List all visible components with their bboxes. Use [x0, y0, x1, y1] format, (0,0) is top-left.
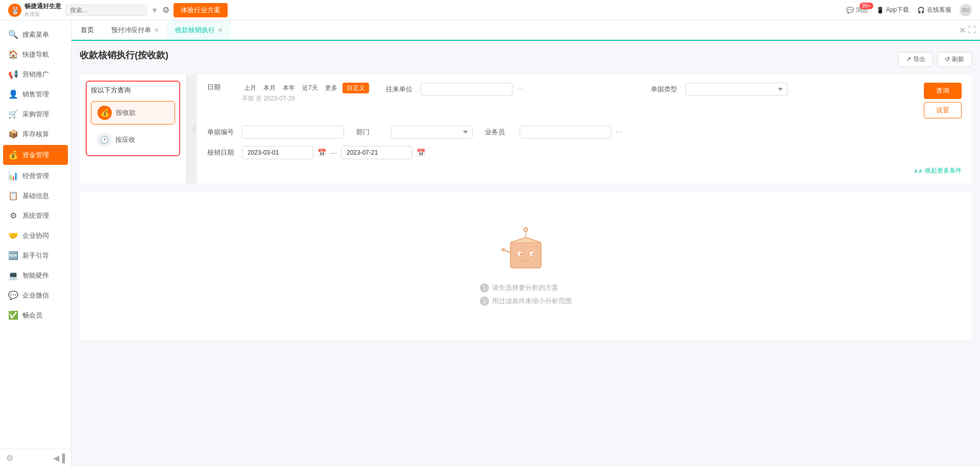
- writeoff-date-range: 📅 — 📅: [242, 146, 425, 159]
- empty-hint-2: 2 用过滤条件来缩小分析范围: [480, 297, 572, 306]
- counterpart-input[interactable]: [421, 83, 512, 96]
- by-receipt-icon: 💰: [97, 106, 112, 120]
- settings-gear-icon[interactable]: ⚙: [162, 5, 169, 15]
- empty-state: 1 请先选择要分析的方案 2 用过滤条件来缩小分析范围: [80, 191, 972, 340]
- top-bar-left: 🐰 畅捷通好生意 标准版 ▼ ⚙ 体验行业方案: [8, 2, 228, 18]
- app-download-btn[interactable]: 📱 App下载: [876, 6, 909, 14]
- sidebar-item-basic-info[interactable]: 📋 基础信息: [0, 186, 71, 206]
- date-group: 日期 上月 本月 本年 近7天 更多 自定义 不限 至: [207, 83, 386, 103]
- filter-sidebar-title: 按以下方查询: [91, 86, 175, 95]
- svg-point-6: [524, 228, 528, 232]
- sidebar-item-guide[interactable]: 🆕 新手引导: [0, 245, 71, 265]
- tab-receipt-writeoff[interactable]: 收款核销执行 ✕: [167, 20, 231, 41]
- sidebar-item-vip[interactable]: ✅ 畅会员: [0, 305, 71, 325]
- sidebar-item-search-menu[interactable]: 🔍 搜索菜单: [0, 24, 71, 44]
- message-btn[interactable]: 💬 消息 99+: [846, 6, 868, 14]
- department-label: 部门: [356, 128, 387, 137]
- export-button[interactable]: ↗ 导出: [898, 52, 933, 67]
- doc-type-select[interactable]: 全部: [685, 83, 788, 96]
- tab-receipt-writeoff-close[interactable]: ✕: [218, 27, 223, 34]
- query-button[interactable]: 查询: [924, 83, 962, 99]
- empty-illustration: [495, 222, 556, 273]
- date-label: 日期: [207, 83, 238, 92]
- sidebar-item-inventory[interactable]: 📦 库存核算: [0, 124, 71, 144]
- sidebar-item-quick-nav[interactable]: 🏠 快捷导航: [0, 44, 71, 64]
- counterpart-group: 往来单位 ···: [386, 83, 651, 96]
- sidebar-settings-btn[interactable]: ⚙: [6, 453, 13, 463]
- date-custom-badge[interactable]: 自定义: [342, 83, 369, 93]
- enterprise-icon: 🤝: [8, 231, 18, 240]
- collapse-left-icon: 《: [189, 125, 195, 133]
- wechat-icon: 💬: [8, 290, 18, 300]
- date-shortcuts-group: 上月 本月 本年 近7天 更多 自定义 不限 至 2023-07-26: [242, 83, 369, 103]
- sidebar-item-marketing[interactable]: 📢 营销推广: [0, 64, 71, 84]
- online-service-btn[interactable]: 🎧 在线客服: [917, 6, 951, 14]
- collapse-more-btn[interactable]: ∧∧ 收起更多条件: [914, 166, 962, 175]
- message-icon: 💬: [846, 7, 854, 14]
- filter-option-by-receipt[interactable]: 💰 按收款: [91, 101, 175, 125]
- page-content: 收款核销执行(按收款) ↗ 导出 ↺ 刷新 按以下方: [71, 41, 980, 467]
- writeoff-start-cal-icon[interactable]: 📅: [317, 149, 326, 157]
- sidebar-item-hardware[interactable]: 💻 智能硬件: [0, 265, 71, 285]
- refresh-icon: ↺: [945, 56, 950, 63]
- basic-info-icon: 📋: [8, 191, 18, 201]
- operation-icon: 📊: [8, 171, 18, 181]
- dropdown-icon[interactable]: ▼: [151, 6, 158, 14]
- filter-collapse-sidebar-btn[interactable]: 《: [187, 75, 197, 183]
- tab-prepay[interactable]: 预付冲应付单 ✕: [103, 20, 167, 41]
- settings-button[interactable]: 设置: [924, 102, 962, 118]
- top-search-input[interactable]: [65, 5, 147, 16]
- by-receivable-icon: 🕐: [97, 133, 111, 147]
- purchase-icon: 🛒: [8, 109, 18, 119]
- sidebar-item-purchase[interactable]: 🛒 采购管理: [0, 104, 71, 124]
- tab-home[interactable]: 首页: [71, 20, 103, 41]
- tab-prepay-close[interactable]: ✕: [154, 27, 159, 34]
- hardware-icon: 💻: [8, 271, 18, 280]
- sidebar-item-finance[interactable]: 💰 资金管理: [3, 145, 68, 165]
- salesperson-dots[interactable]: ···: [616, 128, 622, 137]
- svg-rect-0: [510, 242, 541, 268]
- filter-sidebar: 按以下方查询 💰 按收款 🕐 按应收: [80, 75, 187, 183]
- inventory-icon: 📦: [8, 129, 18, 139]
- date-last-7-days[interactable]: 近7天: [300, 83, 320, 93]
- writeoff-end-cal-icon[interactable]: 📅: [416, 149, 425, 157]
- hint-num-1: 1: [480, 283, 489, 292]
- service-icon: 🎧: [917, 7, 925, 14]
- date-shortcuts: 上月 本月 本年 近7天 更多 自定义: [242, 83, 369, 93]
- user-info[interactable]: Rit: [960, 4, 972, 16]
- sidebar-item-enterprise[interactable]: 🤝 企业协同: [0, 226, 71, 245]
- page-title: 收款核销执行(按收款): [80, 49, 168, 61]
- sidebar-menu: 🔍 搜索菜单 🏠 快捷导航 📢 营销推广 👤 销售管理 🛒 采购管理 📦: [0, 20, 71, 449]
- department-select[interactable]: 全部: [391, 126, 473, 139]
- date-this-year[interactable]: 本年: [281, 83, 297, 93]
- collapse-more-row: ∧∧ 收起更多条件: [207, 166, 962, 175]
- counterpart-dots[interactable]: ···: [517, 85, 523, 94]
- writeoff-start-input[interactable]: [242, 146, 313, 159]
- salesperson-input[interactable]: [520, 126, 611, 139]
- search-menu-icon: 🔍: [8, 30, 18, 39]
- refresh-button[interactable]: ↺ 刷新: [937, 52, 972, 67]
- sidebar-collapse-btn[interactable]: ◀▐: [53, 453, 65, 463]
- sidebar-item-system[interactable]: ⚙ 系统管理: [0, 206, 71, 226]
- tab-bar: 首页 预付冲应付单 ✕ 收款核销执行 ✕ ✕ ⛶: [71, 20, 980, 41]
- sidebar-bottom: ⚙ ◀▐: [0, 449, 71, 467]
- date-this-month[interactable]: 本月: [261, 83, 278, 93]
- sidebar-item-sales[interactable]: 👤 销售管理: [0, 84, 71, 104]
- sidebar-item-operation[interactable]: 📊 经营管理: [0, 166, 71, 186]
- export-icon: ↗: [906, 56, 911, 63]
- solution-button[interactable]: 体验行业方案: [174, 3, 228, 17]
- page-header-actions: ↗ 导出 ↺ 刷新: [898, 52, 972, 67]
- vip-icon: ✅: [8, 310, 18, 320]
- sidebar-item-wechat[interactable]: 💬 企业微信: [0, 285, 71, 305]
- date-last-month[interactable]: 上月: [242, 83, 258, 93]
- filter-option-by-receivable[interactable]: 🕐 按应收: [91, 129, 175, 151]
- tab-expand-btn[interactable]: ⛶: [968, 26, 976, 35]
- sidebar: 🔍 搜索菜单 🏠 快捷导航 📢 营销推广 👤 销售管理 🛒 采购管理 📦: [0, 20, 71, 467]
- tab-close-all-btn[interactable]: ✕: [959, 26, 966, 35]
- empty-hint-1: 1 请先选择要分析的方案: [480, 283, 572, 292]
- doc-number-input[interactable]: [242, 126, 344, 139]
- message-badge: 99+: [860, 3, 873, 9]
- writeoff-end-input[interactable]: [341, 146, 412, 159]
- date-more[interactable]: 更多: [323, 83, 339, 93]
- tab-actions: ✕ ⛶: [955, 20, 980, 40]
